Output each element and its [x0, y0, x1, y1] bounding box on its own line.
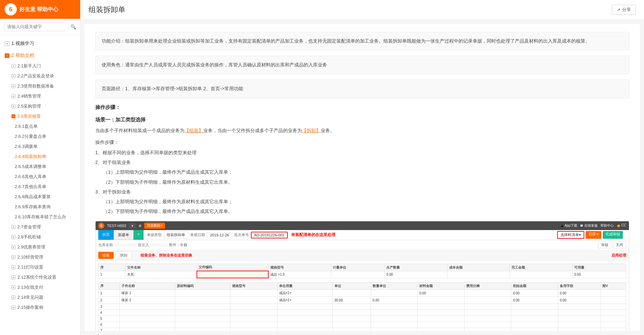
step-2: 2、对于组装业务: [95, 158, 629, 167]
mock-assemble-tab[interactable]: 组装: [98, 252, 114, 259]
mock-title: TEST-H002: [107, 224, 126, 228]
share-button[interactable]: ↗ 分享: [612, 5, 636, 15]
mock-select-btn[interactable]: 选择料清单▾: [557, 231, 584, 239]
sidebar-item-install[interactable]: + 2.2产品安装及登录: [0, 71, 80, 81]
sidebar-item-cases[interactable]: + 2.15操作案例: [0, 302, 80, 313]
mock-type-tabs-row: 组装 拆卸 组装业务、拆卸业务在这里切换 启用处理: [96, 250, 629, 261]
sidebar-item-print[interactable]: + 2.11打印设置: [0, 262, 80, 272]
mock-disassemble-tab[interactable]: 拆卸: [116, 252, 132, 259]
purchase-label: 2.5采购管理: [17, 103, 41, 109]
table-row: 7: [99, 328, 626, 331]
table-row: 1 煤炭 1 成品×1+ 0.00 0.00 0.00: [99, 290, 626, 297]
faq-label: 2.14常见问题: [17, 294, 43, 300]
expand-icon-1: +: [5, 41, 9, 46]
sidebar-item-purchase[interactable]: + 2.5采购管理: [0, 101, 80, 111]
sidebar-item-inventory[interactable]: − 2.6库存核算: [0, 111, 80, 121]
sidebar-item-operation[interactable]: + 2.10经营管理: [0, 252, 80, 262]
main-header: 组装拆卸单 ↗ 分享: [80, 0, 644, 20]
mock-tab-active[interactable]: ×: [133, 230, 144, 240]
mock-batch-number: AD-20191226-001: [251, 232, 288, 238]
mock-approve-btn[interactable]: 审核: [598, 241, 611, 248]
sidebar-item-faq[interactable]: + 2.14常见问题: [0, 292, 80, 302]
annotation-3-right: 启用处理: [611, 253, 626, 258]
table-row: 3: [99, 304, 626, 310]
customize-label: 2.12系统个性化设置: [17, 274, 56, 280]
mobile-label: 2.8手机旺铺: [17, 234, 41, 240]
path-text: 页面路径：1、库存核算->库存管理->组装拆卸单 2、首页->常用功能: [102, 86, 243, 91]
sidebar-item-video[interactable]: + 1.视频学习: [0, 38, 80, 49]
sidebar-item-coupon[interactable]: + 2.9优惠券管理: [0, 242, 80, 252]
mock-upper-table-container: 序 父件名称 父件编码 规格型号 计量单位 生产数量 成本金额 完工金额 可用量: [96, 261, 629, 280]
screenshot-container: 6 TEST-H002 ▾ ⚙ 同期删除> 📱 App下载 ☎ 在线客服 帮助中…: [95, 221, 629, 331]
table-row: 5: [99, 316, 626, 322]
search-button[interactable]: 🔍: [70, 24, 76, 30]
table-row: 2 煤炭 2 成品×1+ 30.00 0.00 0.00 0.00: [99, 297, 626, 304]
finance-label: 2.7资金管理: [17, 224, 41, 230]
data-prep-label: 2.3使用前数据准备: [17, 83, 54, 89]
nav-section-1: + 1.视频学习: [0, 38, 80, 50]
sidebar-item-partial-stocktake[interactable]: 2.6.2分量盘点单: [0, 131, 80, 142]
sales-label: 2.4销售管理: [17, 93, 41, 99]
cases-label: 2.15操作案例: [17, 304, 43, 311]
sidebar-item-cost-adjust[interactable]: 2.6.5成本调整单: [0, 162, 80, 172]
col-seq: 序: [99, 264, 125, 271]
sidebar-item-inventory-query[interactable]: 2.6.9库存账本查询: [0, 202, 80, 212]
mock-tab-home[interactable]: 自页: [98, 230, 114, 240]
annotation-2: 组装业务、拆卸业务在这里切换: [141, 253, 192, 258]
sidebar-item-inventory-fix[interactable]: 2.6.10库存账本错了怎么办: [0, 212, 80, 222]
mock-tab-new[interactable]: 新建单: [114, 230, 133, 240]
sidebar-item-data-prep[interactable]: + 2.3使用前数据准备: [0, 81, 80, 91]
col-finish: 完工金额: [510, 264, 573, 271]
sidebar-item-stocktake[interactable]: 2.6.1盘点单: [0, 121, 80, 131]
col-parent-name: 父件名称: [125, 264, 197, 271]
sidebar-item-customize[interactable]: + 2.12系统个性化设置: [0, 272, 80, 282]
intro-text: 功能介绍：组装拆卸单用来处理企业组装或拆卸等加工业务，支持有固定装配清单的产品加…: [102, 38, 590, 44]
payment-label: 2.13在线支付: [17, 284, 43, 290]
mock-complete-btn[interactable]: 完成审核: [603, 231, 623, 239]
sidebar-search: 🔍: [0, 19, 80, 35]
sidebar-item-help-docs[interactable]: − 2.帮助文档: [0, 50, 80, 61]
sidebar-item-cost-recalc[interactable]: 2.6.8商品成本重算: [0, 192, 80, 202]
install-label: 2.2产品安装及登录: [17, 73, 54, 79]
sidebar-item-finance[interactable]: + 2.7资金管理: [0, 222, 80, 232]
collapse-icon-2: −: [5, 53, 9, 58]
sidebar-item-assembly[interactable]: 2.6.4组装拆卸单: [0, 152, 80, 162]
sidebar: 6 好生意 帮助中心 🔍 + 1.视频学习 − 2.帮助文档 +: [0, 0, 80, 335]
step-2-1: （1）上部明细为父件明细，最终作为产成品生成其它入库单；: [95, 168, 629, 176]
section-2-children: + 2.1新手入门 + 2.2产品安装及登录 + 2.3使用前数据准备: [0, 61, 80, 313]
mock-sub-form: 仓库名称 批次入 : 附件 : 0 份 审核 关闭: [96, 240, 629, 250]
mock-enable-btn[interactable]: 启用 ▾: [586, 231, 601, 239]
page-title: 组装拆卸单: [89, 5, 125, 15]
section-2-label: 2.帮助文档: [11, 53, 34, 59]
operation-label: 2.10经营管理: [17, 254, 43, 260]
search-input[interactable]: [4, 22, 68, 31]
logo-circle: 6: [5, 3, 17, 15]
inventory-sub-items: 2.6.1盘点单 2.6.2分量盘点单 2.6.3调拨单 2.6.4组装拆卸单 …: [0, 121, 80, 222]
sidebar-item-other-in[interactable]: 2.6.6其他入库单: [0, 172, 80, 182]
role-text: 使用角色：通常由生产人员或库管人员完成拆装业务的操作，库管人员确认原材料的出库和…: [102, 62, 327, 67]
mock-nav-bar: 自页 新建单 × 单据类型 组装拆卸单 单据日期 2019-12-26 批次单号…: [96, 230, 629, 240]
article-body: 功能介绍：组装拆卸单用来处理企业组装或拆卸等加工业务，支持有固定装配清单的产品加…: [85, 24, 640, 331]
intro-box: 功能介绍：组装拆卸单用来处理企业组装或拆卸等加工业务，支持有固定装配清单的产品加…: [95, 32, 629, 50]
sidebar-item-transfer[interactable]: 2.6.3调拨单: [0, 142, 80, 152]
sidebar-nav: + 1.视频学习 − 2.帮助文档 + 2.1新手入门 +: [0, 35, 80, 335]
sidebar-item-mobile[interactable]: + 2.8手机旺铺: [0, 232, 80, 242]
step-2-2: （2）下部明细为子件明细，最终作为原材料生成其它出库单。: [95, 178, 629, 186]
sidebar-item-sales[interactable]: + 2.4销售管理: [0, 91, 80, 101]
sidebar-item-beginner[interactable]: + 2.1新手入门: [0, 61, 80, 71]
logo-text: 6: [9, 6, 12, 13]
table-row: 4: [99, 310, 626, 316]
mock-titlebar: 6 TEST-H002 ▾ ⚙ 同期删除> 📱 App下载 ☎ 在线客服 帮助中…: [96, 221, 629, 230]
steps-title: 操作步骤：: [95, 104, 629, 111]
sidebar-item-payment[interactable]: + 2.13在线支付: [0, 282, 80, 292]
sidebar-item-other-out[interactable]: 2.6.7其他出库单: [0, 182, 80, 192]
col-cost: 成本金额: [447, 264, 510, 271]
mock-lower-table-container: 序 子件名称 原材料编码 规格型号 单位用量 单位 数量单位 材料金额 费用分摊…: [96, 280, 629, 331]
coupon-label: 2.9优惠券管理: [17, 244, 45, 250]
step-3-1: （1）上部明细为父件明细，最终作为原材料生成其它出库单；: [95, 198, 629, 206]
role-box: 使用角色：通常由生产人员或库管人员完成拆装业务的操作，库管人员确认原材料的出库和…: [95, 56, 629, 74]
step-3: 3、对于拆卸业务: [95, 188, 629, 196]
mock-cancel-btn[interactable]: 关闭: [613, 241, 626, 248]
scene1-title: 场景一：加工类型选择: [95, 117, 629, 123]
col-avail: 可用量: [572, 264, 626, 271]
